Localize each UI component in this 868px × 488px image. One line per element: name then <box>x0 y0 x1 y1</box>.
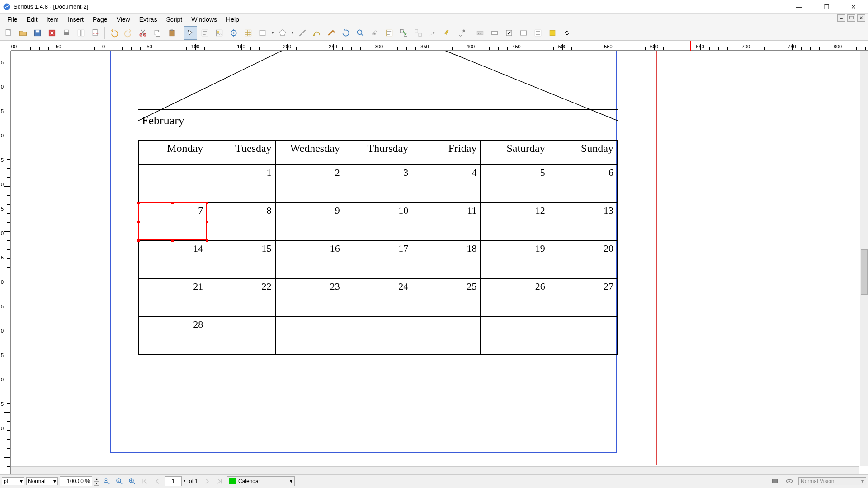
calendar-cell[interactable]: 19 <box>481 241 549 279</box>
page-number-input[interactable] <box>165 476 182 486</box>
calendar-cell[interactable]: 21 <box>139 279 207 317</box>
calendar-cell[interactable]: 12 <box>481 203 549 241</box>
edit-contents-icon[interactable]: A <box>368 26 382 40</box>
mdi-close-button[interactable]: ✕ <box>857 14 865 22</box>
calendar-cell[interactable]: 6 <box>549 165 617 203</box>
calendar-cell[interactable]: 24 <box>344 279 412 317</box>
polygon-dropdown-icon[interactable]: ▼ <box>290 31 295 35</box>
calendar-cell[interactable]: 18 <box>412 241 481 279</box>
calendar-cell[interactable] <box>481 317 549 355</box>
zoom-in-icon[interactable] <box>127 476 137 486</box>
select-tool-icon[interactable] <box>184 26 197 40</box>
prev-page-icon[interactable] <box>152 476 163 486</box>
eyedropper-icon[interactable] <box>455 26 468 40</box>
next-page-icon[interactable] <box>202 476 212 486</box>
calendar-cell[interactable]: 15 <box>207 241 275 279</box>
pdf-export-icon[interactable]: PDF <box>89 26 102 40</box>
calendar-cell[interactable]: 20 <box>549 241 617 279</box>
calendar-cell[interactable]: 8 <box>207 203 275 241</box>
close-doc-icon[interactable] <box>45 26 59 40</box>
zoom-out-icon[interactable] <box>101 476 112 486</box>
horizontal-ruler[interactable]: -100-50050100150200250300350400450500550… <box>11 41 868 51</box>
selection-handle[interactable] <box>137 202 140 204</box>
cut-icon[interactable] <box>136 26 150 40</box>
measure-icon[interactable] <box>426 26 439 40</box>
calendar-cell[interactable]: 9 <box>275 203 344 241</box>
preview-mode-icon[interactable] <box>784 476 795 486</box>
paste-icon[interactable] <box>165 26 179 40</box>
horizontal-scrollbar[interactable] <box>11 466 859 474</box>
document-canvas[interactable]: February MondayTuesdayWednesdayThursdayF… <box>11 51 859 465</box>
calendar-cell[interactable]: 10 <box>344 203 412 241</box>
pdf-checkbox-icon[interactable] <box>502 26 516 40</box>
bezier-icon[interactable] <box>310 26 324 40</box>
shape-dropdown-icon[interactable]: ▼ <box>270 31 275 35</box>
calendar-cell[interactable]: 16 <box>275 241 344 279</box>
polygon-icon[interactable] <box>276 26 289 40</box>
render-frame-icon[interactable] <box>227 26 241 40</box>
zoom-input[interactable] <box>60 476 92 486</box>
calendar-cell[interactable]: 14 <box>139 241 207 279</box>
cms-toggle-icon[interactable] <box>769 476 780 486</box>
vertical-ruler[interactable]: 5050505050505050 <box>0 51 11 474</box>
calendar-cell[interactable]: 13 <box>549 203 617 241</box>
vertical-scrollbar[interactable] <box>860 51 868 466</box>
selection-handle[interactable] <box>171 239 174 242</box>
calendar-cell[interactable]: 28 <box>139 317 207 355</box>
calendar-cell[interactable] <box>549 317 617 355</box>
menu-script[interactable]: Script <box>161 14 187 24</box>
calendar-cell[interactable] <box>412 317 481 355</box>
layer-selector[interactable]: Calendar ▾ <box>227 476 295 486</box>
menu-insert[interactable]: Insert <box>63 14 88 24</box>
calendar-cell[interactable]: 11 <box>412 203 481 241</box>
story-editor-icon[interactable] <box>382 26 396 40</box>
copy-icon[interactable] <box>151 26 164 40</box>
zoom-spin-up[interactable]: ▴ <box>94 477 99 481</box>
last-page-icon[interactable] <box>214 476 225 486</box>
calendar-cell[interactable]: 17 <box>344 241 412 279</box>
calendar-cell[interactable] <box>344 317 412 355</box>
maximize-button[interactable]: ❐ <box>818 3 835 10</box>
menu-help[interactable]: Help <box>222 14 244 24</box>
calendar-cell[interactable]: 27 <box>549 279 617 317</box>
menu-view[interactable]: View <box>112 14 135 24</box>
calendar-cell[interactable]: 26 <box>481 279 549 317</box>
copy-props-icon[interactable] <box>440 26 454 40</box>
pdf-combobox-icon[interactable] <box>517 26 530 40</box>
new-icon[interactable] <box>2 26 15 40</box>
pdf-textfield-icon[interactable] <box>488 26 501 40</box>
unit-selector[interactable]: pt ▾ <box>2 477 24 485</box>
vertical-scroll-thumb[interactable] <box>861 249 868 295</box>
menu-windows[interactable]: Windows <box>187 14 222 24</box>
rotate-icon[interactable] <box>339 26 353 40</box>
zoom-icon[interactable] <box>354 26 367 40</box>
menu-page[interactable]: Page <box>88 14 112 24</box>
menu-edit[interactable]: Edit <box>22 14 42 24</box>
first-page-icon[interactable] <box>139 476 150 486</box>
pdf-button-icon[interactable]: OK <box>473 26 487 40</box>
calendar-cell[interactable] <box>207 317 275 355</box>
close-button[interactable]: ✕ <box>845 3 862 10</box>
preview-quality-selector[interactable]: Normal ▾ <box>26 477 58 485</box>
calendar-cell[interactable]: 4 <box>412 165 481 203</box>
menu-item[interactable]: Item <box>42 14 63 24</box>
open-icon[interactable] <box>16 26 30 40</box>
calendar-cell[interactable]: 23 <box>275 279 344 317</box>
selection-handle[interactable] <box>137 221 140 223</box>
calendar-cell[interactable]: 22 <box>207 279 275 317</box>
pdf-annotation-icon[interactable] <box>546 26 559 40</box>
shape-icon[interactable] <box>256 26 269 40</box>
text-frame-icon[interactable] <box>198 26 212 40</box>
mdi-restore-button[interactable]: ❐ <box>847 14 855 22</box>
link-frames-icon[interactable] <box>397 26 410 40</box>
selection-handle[interactable] <box>137 239 140 242</box>
preflight-icon[interactable] <box>74 26 88 40</box>
selection-handle[interactable] <box>171 202 174 204</box>
redo-icon[interactable] <box>122 26 135 40</box>
zoom-reset-icon[interactable]: 1 <box>114 476 125 486</box>
minimize-button[interactable]: ― <box>791 3 807 10</box>
undo-icon[interactable] <box>107 26 121 40</box>
save-icon[interactable] <box>31 26 44 40</box>
print-icon[interactable] <box>60 26 73 40</box>
menu-extras[interactable]: Extras <box>135 14 162 24</box>
